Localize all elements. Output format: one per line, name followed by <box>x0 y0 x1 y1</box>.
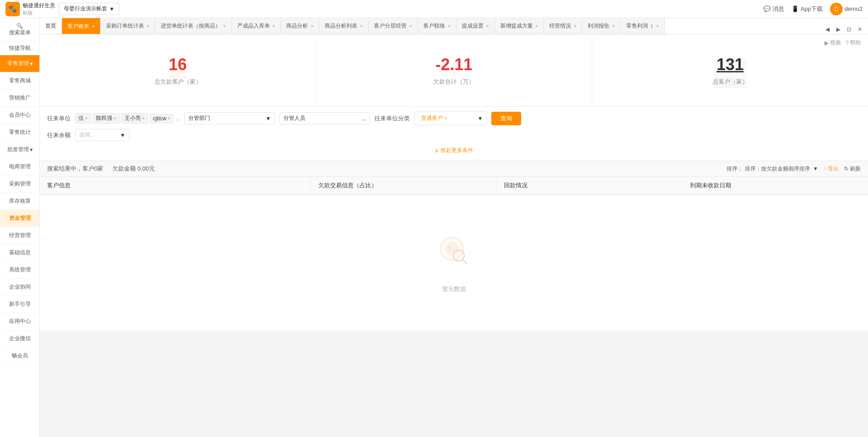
tab-profit-report-close[interactable]: × <box>612 24 615 28</box>
tabs-next-btn[interactable]: ▶ <box>834 25 843 34</box>
tab-purchase-order-stats[interactable]: 采购订单统计表 × <box>101 18 155 34</box>
tab-purchase-order-stats-close[interactable]: × <box>147 24 149 28</box>
store-selector[interactable]: 母婴行业演示帐套 ▼ <box>59 3 120 15</box>
sidebar-item-wholesale-mgmt[interactable]: 批发管理 ▾ <box>0 141 39 158</box>
sidebar-item-retail-mgmt[interactable]: 零售管理 ▾ <box>0 55 39 72</box>
export-label: 导出 <box>828 165 839 173</box>
video-btn[interactable]: ▶ 视频 <box>825 39 841 47</box>
tab-goods-analysis-list-close[interactable]: × <box>360 24 363 28</box>
message-btn[interactable]: 💬 消息 <box>763 5 784 13</box>
sidebar-item-system-mgmt[interactable]: 系统管理 <box>0 261 39 279</box>
filter-tag-cjttcw-close[interactable]: × <box>168 116 171 121</box>
tabs-maximize-btn[interactable]: ⊡ <box>844 25 854 34</box>
tab-goods-analysis-close[interactable]: × <box>311 24 313 28</box>
tab-customer-account-close[interactable]: × <box>92 24 95 29</box>
summary-label-total-debt: 欠款合计（万） <box>433 78 475 86</box>
result-sort-btn[interactable]: 排序： 排序：按欠款金额倒序排序 ▼ <box>727 165 818 173</box>
filter-tag-chen-close[interactable]: × <box>114 116 116 121</box>
sidebar-item-inventory-check[interactable]: 库存核算 <box>0 193 39 210</box>
tab-customer-segment-label: 客户分层经营 <box>374 22 407 30</box>
tab-customer-contact[interactable]: 客户联络 × <box>418 18 456 34</box>
filter-person-label: 分管人员 <box>283 114 305 122</box>
filter-classify-select[interactable]: 普通客户 × ▼ <box>414 111 487 125</box>
tab-customer-account[interactable]: 客户账本 × <box>62 18 101 34</box>
tab-purchase-order-stats-label: 采购订单统计表 <box>106 22 144 30</box>
sidebar-item-marketing-label: 营销推广 <box>9 95 31 101</box>
help-btn[interactable]: ? 帮助 <box>845 39 861 47</box>
sidebar-item-guide-label: 新手引导 <box>9 301 31 307</box>
tab-goods-analysis-list[interactable]: 商品分析列表 × <box>319 18 369 34</box>
collapse-btn[interactable]: ∧ 收起更多条件 <box>47 145 861 156</box>
wholesale-expand-icon: ▾ <box>30 147 33 153</box>
sidebar-item-purchase-mgmt[interactable]: 采购管理 <box>0 176 39 193</box>
tabs-close-all-btn[interactable]: ✕ <box>855 25 864 34</box>
tabs-bar: 首页 客户账本 × 采购订单统计表 × 进货单统计表（按商品） × 产成品入库单… <box>40 18 868 34</box>
sidebar-item-retail-mall[interactable]: 零售商城 <box>0 72 39 90</box>
sort-value: 排序：按欠款金额倒序排序 <box>745 165 810 173</box>
tab-customer-segment[interactable]: 客户分层经营 × <box>369 18 418 34</box>
tab-cost-in-order[interactable]: 产成品入库单 × <box>232 18 281 34</box>
tab-goods-analysis[interactable]: 商品分析 × <box>281 18 319 34</box>
table-col-repayment: 回款情况 <box>497 177 682 194</box>
tab-retail-profit[interactable]: 零售利润（ × <box>621 18 665 34</box>
sidebar-item-marketing[interactable]: 营销推广 <box>0 90 39 107</box>
tab-customer-contact-close[interactable]: × <box>448 24 451 28</box>
filter-more-tags[interactable]: ... <box>175 115 180 122</box>
summary-video-help: ▶ 视频 ? 帮助 <box>825 39 861 47</box>
tab-new-promotion-plan[interactable]: 新增提成方案 × <box>495 18 544 34</box>
tabs-prev-btn[interactable]: ◀ <box>823 25 832 34</box>
tab-promotion-settings[interactable]: 提成设置 × <box>456 18 495 34</box>
tab-operations-status[interactable]: 经营情况 × <box>544 18 582 34</box>
sidebar-item-basic-info[interactable]: 基础信息 <box>0 244 39 261</box>
tab-goods-analysis-list-label: 商品分析列表 <box>325 22 357 30</box>
sidebar-item-retail-stats[interactable]: 零售统计 <box>0 124 39 141</box>
filter-balance-select[interactable]: 选择... ▼ <box>75 129 129 141</box>
query-button[interactable]: 查询 <box>491 112 521 125</box>
tab-retail-profit-close[interactable]: × <box>656 24 659 28</box>
tab-home[interactable]: 首页 <box>40 18 62 34</box>
sidebar-search[interactable]: 🔍 搜索菜单 <box>0 18 39 42</box>
summary-label-total-customers: 总客户（家） <box>713 78 748 86</box>
logo-sub: 标版 <box>23 10 55 16</box>
tab-goods-analysis-label: 商品分析 <box>286 22 308 30</box>
filter-tag-wu: 伍 × <box>75 113 91 124</box>
result-amount-text: 欠款金额 0.00元 <box>112 165 155 172</box>
app-download-btn[interactable]: 📱 App下载 <box>791 5 823 13</box>
result-export-btn[interactable]: ↑ 导出 <box>824 165 839 173</box>
sidebar-item-enterprise-coop[interactable]: 企业协同 <box>0 279 39 296</box>
sidebar-quick-nav[interactable]: 快捷导航 <box>0 42 39 55</box>
tab-cost-in-order-close[interactable]: × <box>273 24 275 28</box>
sidebar-item-member-center[interactable]: 会员中心 <box>0 107 39 124</box>
filter-classify-tag-close[interactable]: × <box>444 116 447 121</box>
tab-goods-in-stats-close[interactable]: × <box>223 24 226 28</box>
filter-person-select[interactable]: 分管人员 ... <box>279 112 370 124</box>
message-icon: 💬 <box>763 5 771 12</box>
sidebar-item-enterprise-wechat[interactable]: 企业微信 <box>0 330 39 347</box>
filter-dept-select[interactable]: 分管部门 ▼ <box>184 112 275 124</box>
sidebar-item-fund-mgmt[interactable]: 资金管理 <box>0 210 39 227</box>
top-bar: 🐾 畅捷通好生意 标版 母婴行业演示帐套 ▼ 💬 消息 📱 App下载 D de… <box>0 0 868 18</box>
filter-tag-cjttcw: cjttcw × <box>150 114 174 123</box>
user-menu[interactable]: D demo2 <box>830 3 863 15</box>
sidebar-item-operations-mgmt[interactable]: 经营管理 <box>0 227 39 244</box>
filter-tag-wangxiaoliang: 王小亮 × <box>121 113 148 124</box>
sidebar-item-app-label: 应用中心 <box>9 318 31 324</box>
sidebar-item-ecommerce-mgmt[interactable]: 电商管理 <box>0 158 39 176</box>
filter-tag-wu-close[interactable]: × <box>85 116 88 121</box>
search-icon: 🔍 <box>4 23 36 29</box>
tab-promotion-settings-close[interactable]: × <box>486 24 489 28</box>
result-refresh-btn[interactable]: ↻ 刷新 <box>844 165 861 173</box>
tab-goods-in-stats[interactable]: 进货单统计表（按商品） × <box>155 18 232 34</box>
tab-profit-report[interactable]: 利润报告 × <box>582 18 621 34</box>
logo-area: 🐾 畅捷通好生意 标版 <box>5 2 55 16</box>
filter-tag-wang-close[interactable]: × <box>142 116 145 121</box>
tab-new-promotion-plan-close[interactable]: × <box>536 24 538 28</box>
top-bar-left: 🐾 畅捷通好生意 标版 母婴行业演示帐套 ▼ <box>5 2 120 16</box>
sidebar-item-vip-member[interactable]: 畅会员 <box>0 347 39 365</box>
tab-customer-segment-close[interactable]: × <box>409 24 412 28</box>
filter-row-2: 往来余额 选择... ▼ <box>47 129 861 141</box>
filter-tag-chenminqiang: 陈民强 × <box>93 113 120 124</box>
tab-operations-status-close[interactable]: × <box>574 24 576 28</box>
sidebar-item-new-guide[interactable]: 新手引导 <box>0 296 39 313</box>
sidebar-item-app-center[interactable]: 应用中心 <box>0 313 39 330</box>
